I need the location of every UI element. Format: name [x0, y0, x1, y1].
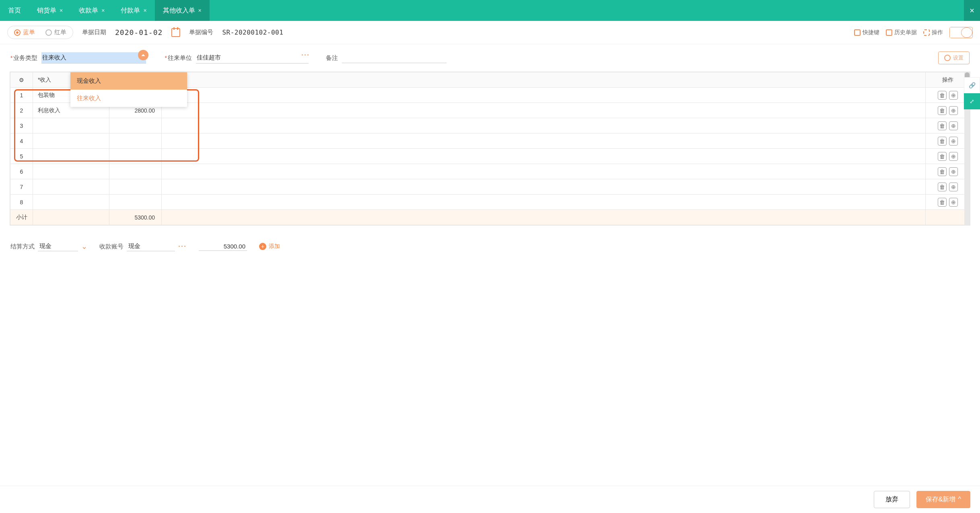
biz-type-field: *业务类型 往来收入 — [10, 52, 148, 64]
radio-icon — [45, 29, 52, 36]
close-icon[interactable]: × — [198, 7, 202, 14]
account-label: 收款账号 — [99, 243, 124, 250]
add-payment-button[interactable]: +添加 — [259, 243, 280, 250]
biz-type-dropdown: 现金收入 往来收入 — [70, 72, 187, 107]
party-field: *往来单位 佳佳超市 ··· — [165, 52, 309, 64]
history-button[interactable]: 历史单据 — [886, 29, 917, 36]
chevron-up-icon[interactable] — [138, 50, 148, 60]
subtotal-amount: 5300.00 — [109, 210, 162, 225]
account-select[interactable]: 现金 — [127, 242, 175, 251]
gear-icon — [944, 55, 951, 61]
subtotal-label: 小计 — [10, 210, 33, 225]
add-row-icon[interactable]: ⊕ — [949, 183, 958, 191]
ellipsis-icon[interactable]: ··· — [301, 51, 310, 60]
view-toggle[interactable] — [949, 27, 973, 38]
view-grid-icon[interactable] — [961, 27, 972, 38]
biz-type-select[interactable]: 往来收入 — [41, 52, 146, 64]
delete-icon[interactable]: 🗑 — [938, 198, 947, 207]
view-list-icon[interactable] — [950, 27, 961, 38]
ops-button[interactable]: 操作 — [923, 29, 943, 36]
red-option[interactable]: 红单 — [41, 28, 70, 37]
chevron-down-icon[interactable]: ⌄ — [81, 242, 87, 251]
settings-button[interactable]: 设置 — [938, 51, 970, 64]
delete-icon[interactable]: 🗑 — [938, 167, 947, 176]
col-ops: 操作 — [926, 72, 970, 88]
col-remark: 注 — [162, 72, 926, 88]
tab-payment[interactable]: 付款单× — [113, 0, 154, 21]
payment-row: 结算方式 现金⌄ 收款账号 现金··· 5300.00 +添加 — [0, 226, 980, 259]
remark-field: 备注 — [326, 53, 447, 63]
table-row[interactable]: 7 🗑⊕ — [10, 179, 970, 195]
shortcut-button[interactable]: 快捷键 — [854, 29, 879, 36]
radio-icon — [14, 29, 21, 36]
add-row-icon[interactable]: ⊕ — [949, 152, 958, 161]
table-row[interactable]: 4 🗑⊕ — [10, 133, 970, 149]
biz-type-label: 业务类型 — [13, 54, 37, 61]
delete-icon[interactable]: 🗑 — [938, 121, 947, 130]
add-row-icon[interactable]: ⊕ — [949, 167, 958, 176]
remark-input[interactable] — [342, 53, 447, 63]
calendar-icon[interactable] — [171, 28, 180, 37]
date-value[interactable]: 2020-01-02 — [115, 28, 163, 37]
doc-no-value: SR-20200102-001 — [222, 29, 283, 36]
tabs-close-all-icon[interactable]: × — [964, 0, 980, 21]
tabs-bar: 首页 销货单× 收款单× 付款单× 其他收入单× × — [0, 0, 980, 21]
method-select[interactable]: 现金 — [38, 242, 78, 251]
tab-other-income[interactable]: 其他收入单× — [155, 0, 210, 21]
history-icon — [886, 29, 892, 36]
plus-icon: + — [259, 243, 266, 250]
delete-icon[interactable]: 🗑 — [938, 137, 947, 146]
tab-home[interactable]: 首页 — [0, 0, 29, 21]
table-row[interactable]: 8 🗑⊕ — [10, 195, 970, 210]
method-label: 结算方式 — [10, 243, 35, 250]
delete-icon[interactable]: 🗑 — [938, 183, 947, 191]
add-row-icon[interactable]: ⊕ — [949, 91, 958, 100]
expand-icon[interactable]: ⤢ — [964, 93, 980, 109]
blue-option[interactable]: 蓝单 — [10, 28, 39, 37]
remark-label: 备注 — [326, 54, 338, 62]
dropdown-option-credit[interactable]: 往来收入 — [70, 90, 187, 107]
table-row[interactable]: 5 🗑⊕ — [10, 149, 970, 164]
doc-no-label: 单据编号 — [189, 29, 213, 36]
form-row: *业务类型 往来收入 *往来单位 佳佳超市 ··· 备注 设置 现金收入 往来收… — [0, 44, 980, 68]
delete-icon[interactable]: 🗑 — [938, 152, 947, 161]
toolbar: 蓝单 红单 单据日期 2020-01-02 单据编号 SR-20200102-0… — [0, 21, 980, 44]
payment-amount[interactable]: 5300.00 — [199, 242, 247, 251]
date-label: 单据日期 — [82, 29, 106, 36]
close-icon[interactable]: × — [60, 7, 63, 14]
ellipsis-icon[interactable]: ··· — [178, 242, 187, 251]
keyboard-icon — [854, 29, 861, 36]
table-row[interactable]: 6 🗑⊕ — [10, 164, 970, 179]
right-rail: 🔗 ⤢ — [964, 77, 980, 109]
close-icon[interactable]: × — [101, 7, 105, 14]
grid-icon — [923, 29, 930, 36]
table-row[interactable]: 3 🗑⊕ — [10, 118, 970, 133]
add-row-icon[interactable]: ⊕ — [949, 198, 958, 207]
party-label: 往来单位 — [168, 54, 192, 61]
dropdown-option-cash[interactable]: 现金收入 — [70, 72, 187, 90]
add-row-icon[interactable]: ⊕ — [949, 121, 958, 130]
table-settings-header[interactable]: ⚙ — [10, 72, 33, 88]
add-row-icon[interactable]: ⊕ — [949, 106, 958, 115]
tab-sales[interactable]: 销货单× — [29, 0, 71, 21]
close-icon[interactable]: × — [143, 7, 146, 14]
party-select[interactable]: 佳佳超市 — [196, 52, 309, 64]
link-icon[interactable]: 🔗 — [964, 77, 980, 93]
delete-icon[interactable]: 🗑 — [938, 91, 947, 100]
delete-icon[interactable]: 🗑 — [938, 106, 947, 115]
add-row-icon[interactable]: ⊕ — [949, 137, 958, 146]
doc-color-segment: 蓝单 红单 — [7, 26, 73, 39]
tab-receipt[interactable]: 收款单× — [71, 0, 113, 21]
